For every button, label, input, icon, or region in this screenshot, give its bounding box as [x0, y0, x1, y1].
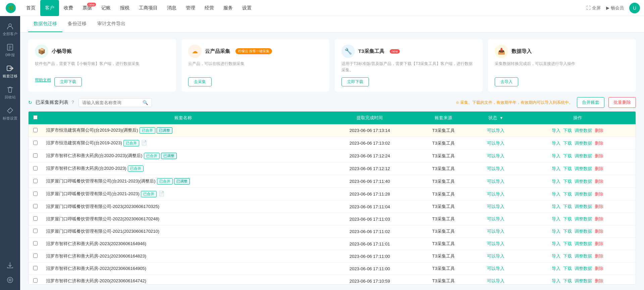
op-删除-link[interactable]: 删除: [595, 216, 603, 221]
op-导入-link[interactable]: 导入: [552, 192, 560, 197]
search-button[interactable]: 🔍: [139, 98, 152, 107]
row-checkbox[interactable]: [33, 141, 38, 145]
nav-business[interactable]: 工商项目: [134, 0, 162, 16]
op-调整数据-link[interactable]: 调整数据: [575, 179, 592, 184]
nav-message[interactable]: 消息: [162, 0, 181, 16]
sidebar-item-tag-settings[interactable]: 标签设置: [0, 103, 20, 124]
op-删除-link[interactable]: 删除: [595, 266, 603, 271]
sidebar-item-user-settings[interactable]: [4, 273, 16, 287]
op-下载-link[interactable]: 下载: [563, 241, 572, 246]
op-删除-link[interactable]: 删除: [595, 179, 603, 184]
sidebar-item-download[interactable]: [4, 258, 16, 273]
nav-invoice[interactable]: 票据 new: [78, 0, 97, 16]
row-checkbox[interactable]: [33, 278, 38, 283]
sidebar-item-account-migration[interactable]: 账套迁移: [0, 61, 20, 82]
xiaochang-download-button[interactable]: 立即下载: [54, 77, 82, 86]
row-checkbox[interactable]: [33, 216, 38, 221]
nav-customer[interactable]: 客户: [40, 0, 59, 16]
op-导入-link[interactable]: 导入: [552, 241, 560, 246]
tab-data-migration[interactable]: 数据包迁移: [28, 16, 62, 32]
op-调整数据-link[interactable]: 调整数据: [575, 278, 592, 283]
nav-service[interactable]: 服务: [219, 0, 237, 16]
dataimport-go-button[interactable]: 去导入: [495, 77, 518, 86]
row-checkbox[interactable]: [33, 166, 38, 170]
op-调整数据-link[interactable]: 调整数据: [575, 266, 592, 271]
op-删除-link[interactable]: 删除: [595, 241, 603, 246]
op-调整数据-link[interactable]: 调整数据: [575, 241, 592, 246]
op-删除-link[interactable]: 删除: [595, 128, 603, 133]
op-删除-link[interactable]: 删除: [595, 153, 603, 158]
nav-manage[interactable]: 管理: [181, 0, 200, 16]
search-input[interactable]: [79, 98, 139, 107]
app-logo[interactable]: 🌿: [4, 1, 17, 15]
col-status[interactable]: 状态 ▼: [472, 112, 520, 124]
op-导入-link[interactable]: 导入: [552, 278, 560, 283]
row-checkbox[interactable]: [33, 253, 38, 258]
op-下载-link[interactable]: 下载: [563, 153, 572, 158]
op-下载-link[interactable]: 下载: [563, 179, 572, 184]
nav-operation[interactable]: 经营: [200, 0, 219, 16]
op-导入-link[interactable]: 导入: [552, 166, 560, 171]
nav-tax[interactable]: 报税: [115, 0, 134, 16]
op-导入-link[interactable]: 导入: [552, 266, 560, 271]
row-checkbox[interactable]: [33, 266, 38, 270]
tab-audit-export[interactable]: 审计文件导出: [92, 16, 131, 32]
op-导入-link[interactable]: 导入: [552, 253, 560, 259]
row-checkbox[interactable]: [33, 153, 38, 158]
op-下载-link[interactable]: 下载: [563, 166, 572, 171]
row-checkbox[interactable]: [33, 192, 38, 196]
op-导入-link[interactable]: 导入: [552, 179, 560, 184]
op-下载-link[interactable]: 下载: [563, 278, 572, 283]
row-checkbox[interactable]: [33, 179, 38, 183]
op-下载-link[interactable]: 下载: [563, 204, 572, 209]
op-删除-link[interactable]: 删除: [595, 166, 603, 171]
sidebar-item-recycle[interactable]: 回收站: [0, 82, 20, 103]
op-调整数据-link[interactable]: 调整数据: [575, 216, 592, 221]
op-导入-link[interactable]: 导入: [552, 141, 560, 146]
op-下载-link[interactable]: 下载: [563, 128, 572, 133]
refresh-icon[interactable]: ↻: [28, 100, 32, 105]
row-checkbox[interactable]: [33, 128, 38, 132]
op-下载-link[interactable]: 下载: [563, 266, 572, 271]
op-调整数据-link[interactable]: 调整数据: [575, 192, 592, 197]
op-删除-link[interactable]: 删除: [595, 192, 603, 197]
t3-download-button[interactable]: 立即下载: [341, 77, 369, 86]
op-调整数据-link[interactable]: 调整数据: [575, 141, 592, 146]
select-all-checkbox[interactable]: [33, 115, 38, 120]
op-删除-link[interactable]: 删除: [595, 278, 603, 283]
help-icon[interactable]: ？: [70, 99, 75, 105]
nav-home[interactable]: 首页: [21, 0, 40, 16]
op-导入-link[interactable]: 导入: [552, 204, 560, 209]
op-下载-link[interactable]: 下载: [563, 229, 572, 234]
nav-accounting[interactable]: 记账: [97, 0, 115, 16]
sidebar-item-zero-report[interactable]: 0申报: [0, 40, 20, 61]
op-删除-link[interactable]: 删除: [595, 204, 603, 209]
op-调整数据-link[interactable]: 调整数据: [575, 204, 592, 209]
merge-accounts-button[interactable]: 合并账套: [577, 97, 604, 108]
op-调整数据-link[interactable]: 调整数据: [575, 153, 592, 158]
sidebar-item-all-customers[interactable]: 全部客户: [0, 19, 20, 40]
op-导入-link[interactable]: 导入: [552, 153, 560, 158]
op-导入-link[interactable]: 导入: [552, 128, 560, 133]
fullscreen-button[interactable]: ⛶ 全屏: [586, 5, 601, 11]
nav-billing[interactable]: 收费: [59, 0, 78, 16]
op-下载-link[interactable]: 下载: [563, 253, 572, 259]
op-下载-link[interactable]: 下载: [563, 192, 572, 197]
op-删除-link[interactable]: 删除: [595, 141, 603, 146]
op-下载-link[interactable]: 下载: [563, 141, 572, 146]
op-调整数据-link[interactable]: 调整数据: [575, 229, 592, 234]
op-下载-link[interactable]: 下载: [563, 216, 572, 221]
row-checkbox[interactable]: [33, 229, 38, 233]
row-checkbox[interactable]: [33, 241, 38, 245]
op-调整数据-link[interactable]: 调整数据: [575, 166, 592, 171]
batch-delete-button[interactable]: 批量删除: [608, 97, 636, 108]
tab-backup-migration[interactable]: 备份迁移: [62, 16, 92, 32]
op-导入-link[interactable]: 导入: [552, 216, 560, 221]
op-删除-link[interactable]: 删除: [595, 229, 603, 234]
xiaochang-help-link[interactable]: 帮助文档: [35, 77, 51, 86]
user-avatar[interactable]: U: [629, 3, 640, 13]
op-调整数据-link[interactable]: 调整数据: [575, 253, 592, 259]
op-调整数据-link[interactable]: 调整数据: [575, 128, 592, 133]
member-button[interactable]: ▶ 畅会员: [606, 5, 624, 11]
op-导入-link[interactable]: 导入: [552, 229, 560, 234]
